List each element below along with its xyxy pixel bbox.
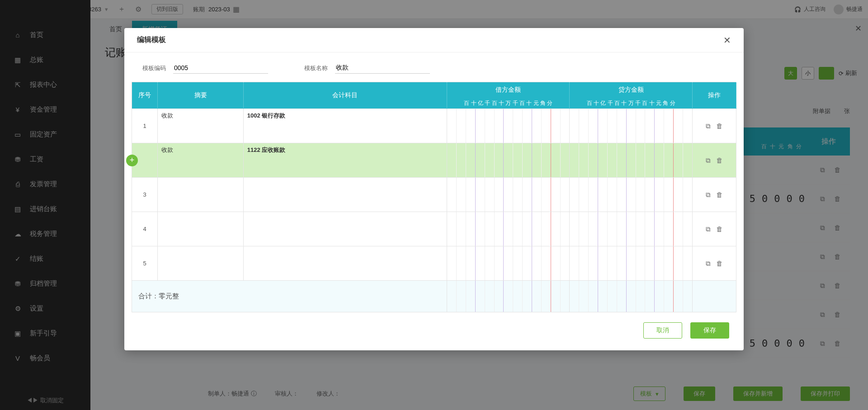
debit-cell[interactable] xyxy=(447,178,570,212)
debit-cell[interactable] xyxy=(447,143,570,178)
delete-icon[interactable]: 🗑 xyxy=(716,259,723,267)
account-cell[interactable]: 1122 应收账款 xyxy=(243,143,447,178)
account-cell[interactable]: 1002 银行存款 xyxy=(243,109,447,143)
th-index: 序号 xyxy=(132,82,158,109)
th-credit: 贷方金额 xyxy=(570,82,692,98)
modal-title: 编辑模板 xyxy=(137,35,166,45)
delete-icon[interactable]: 🗑 xyxy=(716,156,723,164)
copy-icon[interactable]: ⧉ xyxy=(706,259,711,267)
summary-cell[interactable]: 收款 xyxy=(158,143,243,178)
summary-cell[interactable] xyxy=(158,212,243,246)
delete-icon[interactable]: 🗑 xyxy=(716,191,723,198)
credit-cell[interactable] xyxy=(570,143,692,178)
close-icon[interactable]: ✕ xyxy=(723,35,731,46)
table-row[interactable]: +收款1122 应收账款⧉🗑 xyxy=(132,143,736,178)
account-cell[interactable] xyxy=(243,212,447,246)
copy-icon[interactable]: ⧉ xyxy=(706,156,711,164)
template-name-input[interactable] xyxy=(335,62,430,74)
row-index: 1 xyxy=(132,109,158,143)
th-account: 会计科目 xyxy=(243,82,447,109)
th-op: 操作 xyxy=(692,82,736,109)
copy-icon[interactable]: ⧉ xyxy=(706,122,711,130)
code-label: 模板编码 xyxy=(142,64,166,72)
row-index: 3 xyxy=(132,178,158,212)
th-summary: 摘要 xyxy=(158,82,243,109)
sum-label: 合计：零元整 xyxy=(132,281,447,312)
summary-cell[interactable] xyxy=(158,246,243,281)
sum-debit xyxy=(447,281,570,312)
account-cell[interactable] xyxy=(243,246,447,281)
th-credit-units: 百 十 亿 千 百 十 万 千 百 十 元 角 分 xyxy=(570,98,692,109)
summary-cell[interactable]: 收款 xyxy=(158,109,243,143)
copy-icon[interactable]: ⧉ xyxy=(706,191,711,198)
template-code-input[interactable] xyxy=(173,62,268,74)
sum-credit xyxy=(570,281,692,312)
debit-cell[interactable] xyxy=(447,109,570,143)
delete-icon[interactable]: 🗑 xyxy=(716,225,723,233)
debit-cell[interactable] xyxy=(447,212,570,246)
th-debit-units: 百 十 亿 千 百 十 万 千 百 十 元 角 分 xyxy=(447,98,570,109)
credit-cell[interactable] xyxy=(570,178,692,212)
credit-cell[interactable] xyxy=(570,246,692,281)
credit-cell[interactable] xyxy=(570,109,692,143)
cancel-button[interactable]: 取消 xyxy=(643,322,682,339)
row-index: 4 xyxy=(132,212,158,246)
credit-cell[interactable] xyxy=(570,212,692,246)
row-index: 5 xyxy=(132,246,158,281)
th-debit: 借方金额 xyxy=(447,82,570,98)
table-row[interactable]: 1收款1002 银行存款⧉🗑 xyxy=(132,109,736,143)
delete-icon[interactable]: 🗑 xyxy=(716,122,723,130)
add-row-button[interactable]: + xyxy=(126,155,138,166)
debit-cell[interactable] xyxy=(447,246,570,281)
copy-icon[interactable]: ⧉ xyxy=(706,225,711,233)
summary-cell[interactable] xyxy=(158,178,243,212)
table-row[interactable]: 4⧉🗑 xyxy=(132,212,736,246)
edit-template-modal: 编辑模板 ✕ 模板编码 模板名称 序号 摘要 会计科目 借方金额 贷方金额 操作 xyxy=(124,28,744,350)
row-index: + xyxy=(132,143,158,178)
name-label: 模板名称 xyxy=(304,64,328,72)
account-cell[interactable] xyxy=(243,178,447,212)
table-row[interactable]: 3⧉🗑 xyxy=(132,178,736,212)
table-row[interactable]: 5⧉🗑 xyxy=(132,246,736,281)
save-template-button[interactable]: 保存 xyxy=(690,322,729,339)
template-table: 序号 摘要 会计科目 借方金额 贷方金额 操作 百 十 亿 千 百 十 万 千 … xyxy=(132,82,736,312)
